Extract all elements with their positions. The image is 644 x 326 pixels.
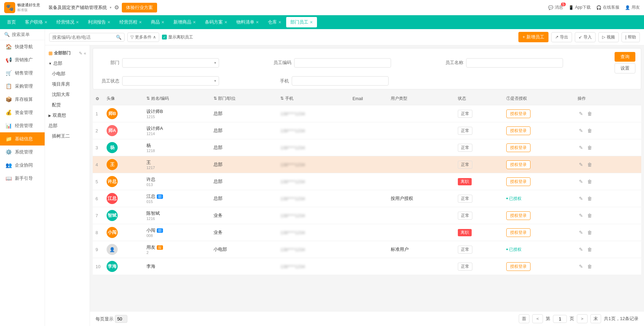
tab-bom[interactable]: 物料清单 ✕ <box>232 17 263 27</box>
set-button[interactable]: 设置 <box>615 63 635 73</box>
online-service-btn[interactable]: 🎧 在线客服 <box>596 5 619 10</box>
auth-btn[interactable]: 授权登录 <box>506 228 530 237</box>
prev-page-btn[interactable]: ＜ <box>532 314 543 323</box>
edit-btn[interactable]: ✎ <box>578 195 584 202</box>
tab-employees[interactable]: 部门员工 ✕ <box>286 17 317 27</box>
delete-btn[interactable]: 🗑 <box>586 212 593 219</box>
tab-customer[interactable]: 客户联络 ✕ <box>21 17 52 27</box>
edit-btn[interactable]: ✎ <box>578 110 584 117</box>
dept-item-zongshu-2[interactable]: 总部 <box>45 121 90 131</box>
dept-item-shenyang[interactable]: 沈阳大库 <box>45 89 90 100</box>
sidebar-item-quick-nav[interactable]: 🏠 快捷导航 <box>0 40 45 53</box>
import-button[interactable]: ↙ 导入 <box>575 32 596 42</box>
sidebar-search-input[interactable] <box>12 32 45 37</box>
tab-history-close[interactable]: ✕ <box>139 20 142 25</box>
filter-dept-select[interactable] <box>122 58 219 68</box>
sidebar-item-system[interactable]: ⚙️ 系统管理 <box>0 146 45 159</box>
sidebar-item-basic-info[interactable]: 📁 基础信息 <box>0 132 45 146</box>
tab-warehouse[interactable]: 仓库 ✕ <box>264 17 285 27</box>
tab-operations[interactable]: 经营情况 ✕ <box>52 17 83 27</box>
delete-btn[interactable]: 🗑 <box>586 127 593 134</box>
search-input[interactable] <box>52 35 115 40</box>
tab-new-goods-close[interactable]: ✕ <box>193 20 196 25</box>
sidebar-item-finance[interactable]: 💰 资金管理 <box>0 106 45 119</box>
tab-warehouse-close[interactable]: ✕ <box>278 20 281 25</box>
dept-item-xiangmu[interactable]: 项目库房 <box>45 79 90 89</box>
tab-goods-close[interactable]: ✕ <box>161 20 164 25</box>
sidebar-item-marketing[interactable]: 📢 营销推广 <box>0 53 45 67</box>
dept-item-peihuo[interactable]: 配货 <box>45 100 90 110</box>
query-button[interactable]: 查询 <box>615 52 635 62</box>
tab-barcode[interactable]: 条码方案 ✕ <box>201 17 232 27</box>
dept-collapse-btn[interactable]: « <box>84 51 86 56</box>
edit-btn[interactable]: ✎ <box>578 212 584 219</box>
delete-btn[interactable]: 🗑 <box>586 229 593 236</box>
tab-new-goods[interactable]: 新增商品 ✕ <box>169 17 200 27</box>
show-resigned-checkbox[interactable]: ✓ <box>162 35 167 39</box>
settings-button[interactable]: ⚙ <box>114 4 119 11</box>
help-button[interactable]: | 帮助 <box>622 32 640 42</box>
auth-btn[interactable]: 授权登录 <box>506 143 530 152</box>
edit-btn[interactable]: ✎ <box>578 127 584 134</box>
more-filter-btn[interactable]: ▽ 更多条件 ∧ <box>127 33 159 42</box>
delete-btn[interactable]: 🗑 <box>586 195 593 202</box>
tab-goods[interactable]: 商品 ✕ <box>147 17 169 27</box>
edit-btn[interactable]: ✎ <box>578 229 584 236</box>
auth-btn[interactable]: 授权登录 <box>506 177 530 186</box>
delete-btn[interactable]: 🗑 <box>586 161 593 168</box>
edit-btn[interactable]: ✎ <box>578 161 584 168</box>
filter-emp-name-input[interactable] <box>466 58 563 68</box>
edit-btn[interactable]: ✎ <box>578 263 584 270</box>
edit-btn[interactable]: ✎ <box>578 178 584 185</box>
sidebar-item-operations[interactable]: 📊 经营管理 <box>0 119 45 132</box>
auth-btn[interactable]: 授权登录 <box>506 262 530 271</box>
tab-bom-close[interactable]: ✕ <box>256 20 259 25</box>
user-btn[interactable]: 👤 用友 <box>625 5 640 10</box>
auth-btn[interactable]: 授权登录 <box>506 211 530 220</box>
delete-btn[interactable]: 🗑 <box>586 110 593 117</box>
dept-item-xiaodibu[interactable]: 小电部 <box>45 69 90 79</box>
col-settings[interactable]: ⚙ <box>93 92 104 105</box>
message-btn[interactable]: 💬 消息 5 <box>548 5 563 10</box>
tab-profit-close[interactable]: ✕ <box>107 20 110 25</box>
page-input[interactable] <box>553 315 567 323</box>
tab-barcode-close[interactable]: ✕ <box>224 20 227 25</box>
add-employee-button[interactable]: + 新增员工 <box>518 32 548 42</box>
sidebar-item-guide[interactable]: 📖 新手引导 <box>0 172 45 185</box>
edit-btn[interactable]: ✎ <box>578 246 584 253</box>
filter-status-select[interactable] <box>122 76 219 86</box>
system-dropdown-arrow[interactable]: ▾ <box>110 6 111 9</box>
auth-btn[interactable]: 授权登录 <box>506 109 530 118</box>
sidebar-item-purchase[interactable]: 📋 采购管理 <box>0 80 45 93</box>
col-phone[interactable]: ⇅ 手机 <box>278 92 350 105</box>
next-page-btn[interactable]: ＞ <box>577 314 588 323</box>
show-resigned-toggle[interactable]: ✓ 显示离职员工 <box>162 34 193 40</box>
tab-history[interactable]: 经营历程 ✕ <box>115 17 146 27</box>
col-name[interactable]: ⇅ 姓名/编码 <box>144 92 211 105</box>
filter-phone-input[interactable] <box>292 76 389 86</box>
first-page-btn[interactable]: 首 <box>519 314 529 323</box>
dept-item-zongshu-1[interactable]: ▼总部 <box>45 58 90 69</box>
delete-btn[interactable]: 🗑 <box>586 144 593 151</box>
dept-edit-btn[interactable]: ✎ <box>79 51 82 56</box>
settings-icon[interactable]: ⚙ <box>96 96 99 101</box>
trial-button[interactable]: 体验行业方案 <box>122 3 157 12</box>
sidebar-item-inventory[interactable]: 📦 库存核算 <box>0 93 45 106</box>
filter-emp-code-input[interactable] <box>294 58 391 68</box>
dept-item-shuanglu[interactable]: ▶双鹿想 <box>45 110 90 121</box>
app-download-btn[interactable]: 📱 App下载 <box>569 5 591 10</box>
tab-employees-close[interactable]: ✕ <box>310 20 313 25</box>
delete-btn[interactable]: 🗑 <box>586 246 593 253</box>
auth-btn[interactable]: 授权登录 <box>506 160 530 169</box>
export-button[interactable]: ↗ 导出 <box>551 32 572 42</box>
tab-profit[interactable]: 利润报告 ✕ <box>84 17 115 27</box>
col-dept[interactable]: ⇅ 部门/职位 <box>211 92 278 105</box>
auth-btn[interactable]: 授权登录 <box>506 126 530 135</box>
last-page-btn[interactable]: 末 <box>590 314 601 323</box>
delete-btn[interactable]: 🗑 <box>586 178 593 185</box>
per-page-select[interactable]: 50 100 200 <box>115 315 127 323</box>
sidebar-item-collab[interactable]: 👥 企业协同 <box>0 159 45 172</box>
tab-customer-close[interactable]: ✕ <box>44 20 47 25</box>
dept-item-chashuwang[interactable]: 插树王二 <box>45 131 90 141</box>
delete-btn[interactable]: 🗑 <box>586 263 593 270</box>
